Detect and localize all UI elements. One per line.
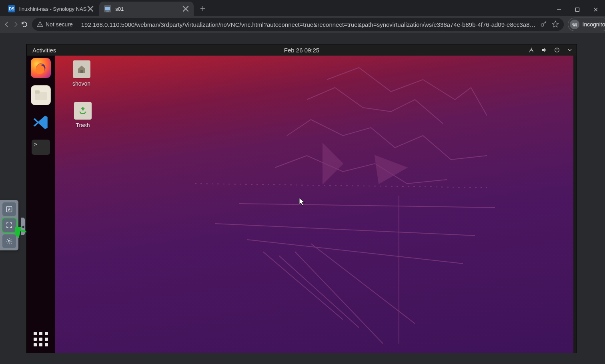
page-viewport: A ◀ Activities Feb 26 09:25: [0, 33, 605, 364]
window-controls: [550, 3, 605, 16]
volume-icon[interactable]: [541, 46, 548, 54]
novnc-handle[interactable]: ◀: [21, 218, 25, 235]
desktop-trash[interactable]: Trash: [74, 102, 92, 128]
activities-button[interactable]: Activities: [32, 47, 56, 54]
security-label: Not secure: [46, 21, 73, 28]
close-window-button[interactable]: [587, 3, 605, 16]
novnc-fullscreen-button[interactable]: [2, 218, 16, 232]
tab-title: linuxhint-nas - Synology NAS: [19, 6, 86, 12]
svg-rect-17: [80, 70, 83, 73]
incognito-icon: [570, 20, 579, 29]
desktop-icon-label: shovon: [72, 80, 90, 87]
svg-rect-1: [106, 11, 109, 12]
vscode-icon: [32, 114, 49, 131]
address-bar[interactable]: Not secure 192.168.0.110:5000/webman/3rd…: [32, 18, 564, 31]
warning-icon: [37, 21, 43, 28]
power-icon[interactable]: [553, 46, 561, 54]
svg-rect-4: [40, 26, 40, 26]
chevron-down-icon[interactable]: [566, 46, 573, 54]
dock-terminal[interactable]: >_: [32, 140, 50, 155]
firefox-icon: [33, 60, 48, 76]
incognito-indicator[interactable]: Incognito: [568, 18, 605, 31]
page-key-icon[interactable]: [540, 20, 548, 29]
svg-text:A: A: [8, 208, 10, 211]
mouse-cursor-icon: [299, 198, 305, 206]
tab-strip: DS linuxhint-nas - Synology NAS s01: [0, 0, 550, 16]
maximize-button[interactable]: [568, 3, 587, 16]
close-icon[interactable]: [86, 5, 94, 13]
home-folder-icon: [73, 60, 90, 78]
vnc-vertical-scrollbar[interactable]: [573, 56, 577, 353]
novnc-settings-button[interactable]: [2, 234, 16, 248]
incognito-label: Incognito: [583, 21, 605, 28]
network-icon[interactable]: [528, 46, 535, 54]
clock-label[interactable]: Feb 26 09:25: [284, 47, 319, 54]
ubuntu-desktop-area: >_: [27, 56, 577, 353]
minimize-button[interactable]: [550, 3, 568, 16]
tab-s01[interactable]: s01: [99, 2, 194, 16]
novnc-keyboard-button[interactable]: A: [2, 202, 16, 216]
svg-point-11: [8, 240, 10, 242]
desktop-icon-label: Trash: [74, 122, 92, 128]
browser-toolbar: Not secure 192.168.0.110:5000/webman/3rd…: [0, 16, 605, 33]
svg-rect-3: [40, 24, 40, 25]
reload-button[interactable]: [21, 18, 28, 31]
favicon-vm-icon: [104, 5, 111, 12]
svg-point-5: [541, 24, 544, 26]
svg-rect-0: [105, 7, 110, 10]
dock-firefox[interactable]: [31, 58, 51, 78]
bookmark-star-icon[interactable]: [552, 20, 559, 29]
desktop-home-folder[interactable]: shovon: [72, 60, 90, 87]
show-applications-button[interactable]: [33, 331, 49, 347]
svg-rect-2: [576, 8, 579, 12]
gnome-top-bar: Activities Feb 26 09:25: [27, 44, 577, 56]
dock-vscode[interactable]: [31, 112, 51, 132]
files-icon: [35, 90, 47, 100]
security-indicator[interactable]: Not secure: [37, 21, 73, 28]
trash-icon: [74, 102, 92, 120]
omnibox-divider: [77, 21, 77, 28]
forward-button[interactable]: [12, 18, 19, 31]
vnc-remote-screen[interactable]: Activities Feb 26 09:25: [27, 44, 577, 353]
terminal-icon: >_: [34, 141, 40, 147]
tab-linuxhint-nas[interactable]: DS linuxhint-nas - Synology NAS: [3, 2, 98, 16]
favicon-dsm-icon: DS: [8, 5, 15, 12]
new-tab-button[interactable]: [197, 2, 209, 14]
dock-files[interactable]: [31, 85, 51, 105]
svg-rect-16: [35, 90, 40, 94]
close-icon[interactable]: [182, 5, 190, 13]
browser-window: DS linuxhint-nas - Synology NAS s01: [0, 0, 605, 364]
back-button[interactable]: [3, 18, 10, 31]
ubuntu-dock: >_: [27, 56, 55, 353]
novnc-control-bar: A: [0, 200, 18, 250]
wallpaper-cat-icon: [135, 64, 495, 344]
url-text: 192.168.0.110:5000/webman/3rdparty/Virtu…: [81, 21, 536, 28]
titlebar: DS linuxhint-nas - Synology NAS s01: [0, 0, 605, 16]
tab-title: s01: [115, 6, 182, 12]
ubuntu-desktop-wallpaper[interactable]: shovon Trash: [55, 56, 577, 353]
